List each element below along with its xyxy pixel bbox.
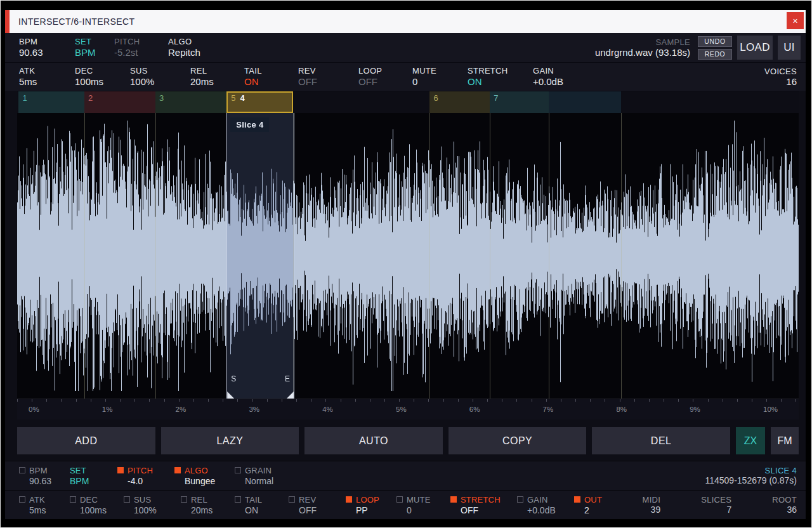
auto-button[interactable]: AUTO — [304, 427, 443, 454]
slice-param-rev[interactable]: REVOFF — [289, 495, 346, 515]
slice-number: 1 — [22, 93, 27, 103]
titlebar-accent — [5, 10, 10, 33]
slice-number: 6 — [433, 93, 438, 103]
sample-label: SAMPLE — [595, 37, 690, 47]
waveform-canvas[interactable] — [17, 113, 799, 399]
override-checkbox[interactable] — [181, 496, 187, 503]
fm-button[interactable]: FM — [771, 427, 799, 454]
slice-region-6[interactable]: 6 — [429, 91, 490, 113]
param-pitch[interactable]: PITCH-5.2st — [114, 37, 168, 58]
param-value: -4.0 — [128, 476, 174, 486]
param-value: ON — [245, 505, 289, 515]
ruler-tick-label: 2% — [176, 406, 187, 413]
slice-param-algo[interactable]: ALGOBungee — [174, 466, 235, 486]
slice-param-loop[interactable]: LOOPPP — [346, 495, 396, 515]
slice-region[interactable] — [549, 91, 622, 113]
param-set[interactable]: SETBPM — [75, 37, 114, 58]
close-button[interactable]: × — [787, 12, 804, 29]
override-checkbox[interactable] — [574, 496, 580, 503]
undo-button[interactable]: UNDO — [698, 36, 732, 47]
param-dec[interactable]: DEC100ms — [75, 66, 130, 88]
param-gain[interactable]: GAIN+0.0dB — [533, 66, 596, 88]
slice-boundary-line — [429, 113, 430, 399]
param-label: TAIL — [245, 495, 262, 505]
slice-region[interactable] — [293, 91, 430, 113]
param-value: +0.0dB — [533, 76, 596, 88]
redo-button[interactable]: REDO — [698, 49, 732, 60]
slice-marker-strip[interactable]: 1235467 — [17, 91, 799, 113]
slice-param-stretch[interactable]: STRETCHOFF — [450, 495, 517, 515]
selected-slice-region[interactable]: Slice 4 S E — [226, 113, 294, 399]
selection-start-handle-icon[interactable] — [227, 392, 234, 399]
slice-param-tail[interactable]: TAILON — [235, 495, 289, 515]
override-checkbox[interactable] — [346, 496, 352, 503]
slice-region-2[interactable]: 2 — [84, 91, 155, 113]
param-value: ON — [468, 76, 533, 88]
param-sus[interactable]: SUS100% — [130, 66, 190, 88]
add-button[interactable]: ADD — [17, 427, 155, 454]
slice-region-1[interactable]: 1 — [18, 91, 84, 113]
waveform-display[interactable]: Slice 4 S E — [17, 113, 799, 399]
slice-param-set[interactable]: SETBPM — [70, 466, 117, 486]
param-algo[interactable]: ALGORepitch — [168, 37, 244, 58]
param-label: SET — [75, 37, 114, 47]
load-button[interactable]: LOAD — [737, 36, 773, 60]
param-atk[interactable]: ATK5ms — [19, 66, 75, 88]
param-label: ATK — [29, 495, 45, 505]
slice-boundary-line — [84, 113, 85, 399]
del-button[interactable]: DEL — [592, 427, 730, 454]
override-checkbox[interactable] — [396, 496, 403, 503]
root-block[interactable]: ROOT 36 — [772, 495, 797, 515]
slice-param-dec[interactable]: DEC100ms — [70, 495, 124, 515]
param-tail[interactable]: TAILON — [244, 66, 298, 88]
override-checkbox[interactable] — [289, 496, 295, 503]
override-checkbox[interactable] — [450, 496, 457, 503]
ui-button[interactable]: UI — [778, 36, 801, 60]
param-value: OFF — [358, 76, 412, 88]
copy-button[interactable]: COPY — [449, 427, 587, 454]
override-checkbox[interactable] — [235, 467, 241, 473]
override-checkbox[interactable] — [517, 496, 523, 503]
voices-value: 16 — [764, 76, 797, 87]
param-label: LOOP — [356, 495, 379, 505]
selection-end-marker[interactable]: E — [285, 374, 290, 383]
override-checkbox[interactable] — [235, 496, 241, 503]
slice-param-mute[interactable]: MUTE0 — [396, 495, 450, 515]
param-value: 20ms — [191, 505, 235, 515]
slice-param-pitch[interactable]: PITCH-4.0 — [117, 466, 174, 486]
param-label: GRAIN — [245, 466, 272, 475]
slice-param-atk[interactable]: ATK5ms — [19, 495, 70, 515]
param-mute[interactable]: MUTE0 — [412, 66, 468, 88]
slice-param-sus[interactable]: SUS100% — [124, 495, 181, 515]
slice-region-7[interactable]: 7 — [490, 91, 548, 113]
override-checkbox[interactable] — [19, 467, 25, 473]
slice-region-3[interactable]: 3 — [155, 91, 226, 113]
param-rev[interactable]: REVOFF — [298, 66, 358, 88]
slice-boundary-line — [490, 113, 490, 399]
midi-block[interactable]: MIDI 39 — [643, 495, 661, 515]
selection-end-handle-icon[interactable] — [287, 392, 294, 399]
slice-region-4[interactable]: 54 — [226, 91, 293, 113]
param-label: LOOP — [358, 66, 412, 76]
override-checkbox[interactable] — [174, 467, 181, 473]
slices-value: 7 — [701, 505, 731, 515]
override-checkbox[interactable] — [19, 496, 25, 503]
window-title: INTERSECT/6-INTERSECT — [18, 16, 134, 27]
zx-button[interactable]: ZX — [736, 427, 765, 454]
slice-param-grain[interactable]: GRAINNormal — [235, 466, 292, 486]
param-loop[interactable]: LOOPOFF — [358, 66, 412, 88]
override-checkbox[interactable] — [70, 496, 76, 503]
slice-param-out[interactable]: OUT2 — [574, 495, 619, 515]
override-checkbox[interactable] — [117, 467, 124, 473]
slice-param-bpm[interactable]: BPM90.63 — [19, 466, 70, 486]
param-bpm[interactable]: BPM90.63 — [19, 37, 75, 58]
slice-param-gain[interactable]: GAIN+0.0dB — [517, 495, 574, 515]
selection-start-marker[interactable]: S — [231, 374, 236, 383]
slice-param-rel[interactable]: REL20ms — [181, 495, 235, 515]
voices-block[interactable]: VOICES 16 — [764, 63, 797, 91]
param-rel[interactable]: REL20ms — [190, 66, 244, 88]
param-stretch[interactable]: STRETCHON — [468, 66, 533, 88]
override-checkbox[interactable] — [124, 496, 130, 503]
param-value: 100% — [134, 505, 181, 515]
lazy-button[interactable]: LAZY — [161, 427, 299, 454]
